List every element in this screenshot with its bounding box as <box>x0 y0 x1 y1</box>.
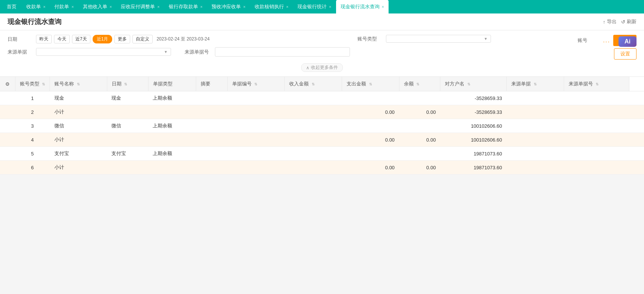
account-name-cell: 现金 <box>107 91 148 105</box>
col-account-name[interactable]: 账号名称 ⇅ <box>50 77 107 91</box>
source-doc-cell <box>564 119 629 133</box>
date-filter-label: 日期 <box>8 36 30 43</box>
expense-cell: 0.00 <box>399 105 440 119</box>
top-navigation: 首页 收款单 × 付款单 × 其他收入单 × 应收应付调整单 × 银行存取款单 … <box>0 0 644 13</box>
col-settings[interactable]: ⚙ <box>0 77 15 91</box>
filter-row-date: 日期 昨天 今天 近7天 近1月 更多 自定义 2023-02-24 至 202… <box>8 35 350 43</box>
nav-item-liushuichaxun[interactable]: 现金银行流水查询 × <box>336 0 389 13</box>
table-row[interactable]: 3微信微信上期余额100102606.60 <box>0 119 644 133</box>
page-title: 现金银行流水查询 <box>8 17 62 26</box>
col-expense[interactable]: 支出金额 ⇅ <box>342 77 399 91</box>
col-date[interactable]: 日期 ⇅ <box>107 77 148 91</box>
counterpart-cell <box>507 133 564 147</box>
doc-type-cell <box>196 105 227 119</box>
col-doc-no[interactable]: 单据编号 ⇅ <box>227 77 285 91</box>
expense-cell <box>399 91 440 105</box>
account-label: 账号 <box>578 37 600 44</box>
nav-item-shoukuanhexiao[interactable]: 收款核销执行 × <box>250 0 293 13</box>
nav-item-yinhangcunqu[interactable]: 银行存取款单 × <box>164 0 207 13</box>
settings-button[interactable]: 设置 <box>614 48 636 60</box>
row-settings-cell <box>0 147 15 161</box>
sort-icon: ⇅ <box>254 82 257 86</box>
gear-icon: ⚙ <box>5 81 10 87</box>
yesterday-btn[interactable]: 昨天 <box>36 35 52 43</box>
balance-cell: 100102606.60 <box>440 133 507 147</box>
sort-icon: ⇅ <box>416 82 419 86</box>
source-doc-cell <box>564 105 629 119</box>
table-row[interactable]: 6小计0.000.0019871073.60 <box>0 161 644 175</box>
col-counterpart[interactable]: 对方户名 ⇅ <box>440 77 507 91</box>
collapse-button[interactable]: ∧ 收起更多条件 <box>301 63 343 72</box>
filter-row-source: 来源单据 ▼ 来源单据号 <box>8 47 350 57</box>
account-type-select[interactable]: ▼ <box>386 35 491 43</box>
row-settings-cell <box>0 105 15 119</box>
date-options: 昨天 今天 近7天 近1月 更多 自定义 2023-02-24 至 2023-0… <box>36 35 210 43</box>
collapse-bar: ∧ 收起更多条件 <box>8 63 636 72</box>
income-cell <box>342 91 399 105</box>
col-doc-type[interactable]: 单据类型 <box>148 77 196 91</box>
col-source-doc-no[interactable]: 来源单据号 ⇅ <box>564 77 629 91</box>
last1month-btn[interactable]: 近1月 <box>93 35 113 43</box>
ai-badge[interactable]: Ai <box>618 36 636 47</box>
date-cell <box>148 161 196 175</box>
col-account-type[interactable]: 账号类型 ⇅ <box>15 77 50 91</box>
close-icon[interactable]: × <box>157 4 159 9</box>
summary-cell <box>227 105 285 119</box>
row-number: 3 <box>15 119 50 133</box>
nav-item-qitashoru[interactable]: 其他收入单 × <box>78 0 116 13</box>
source-doc-no-label: 来源单据号 <box>185 49 209 55</box>
balance-cell: 19871073.60 <box>440 147 507 161</box>
source-doc-cell <box>564 147 629 161</box>
close-icon[interactable]: × <box>243 4 245 9</box>
counterpart-cell <box>507 91 564 105</box>
close-icon[interactable]: × <box>43 4 45 9</box>
doc-type-cell <box>196 133 227 147</box>
nav-item-yingshoutiaozheng[interactable]: 应收应付调整单 × <box>116 0 164 13</box>
export-button[interactable]: ↑ 导出 <box>603 18 617 25</box>
source-doc-no-cell <box>629 119 644 133</box>
row-number: 4 <box>15 133 50 147</box>
doc-no-cell <box>285 91 342 105</box>
account-type-cell: 支付宝 <box>50 147 107 161</box>
date-cell <box>148 105 196 119</box>
table-row[interactable]: 5支付宝支付宝上期余额19871073.60 <box>0 147 644 161</box>
page-header: 现金银行流水查询 ↑ 导出 ↺ 刷新 <box>0 13 644 30</box>
income-cell: 0.00 <box>342 105 399 119</box>
doc-no-cell <box>285 147 342 161</box>
today-btn[interactable]: 今天 <box>54 35 70 43</box>
nav-item-yushouchong[interactable]: 预收冲应收单 × <box>207 0 250 13</box>
doc-no-cell <box>285 105 342 119</box>
col-summary[interactable]: 摘要 <box>196 77 227 91</box>
source-doc-no-input[interactable] <box>215 47 350 57</box>
col-balance[interactable]: 余额 ⇅ <box>399 77 440 91</box>
expense-cell <box>399 119 440 133</box>
source-doc-select[interactable]: ▼ <box>36 48 171 56</box>
nav-home[interactable]: 首页 <box>2 0 22 13</box>
close-icon[interactable]: × <box>110 4 112 9</box>
source-doc-no-cell <box>629 147 644 161</box>
last7days-btn[interactable]: 近7天 <box>72 35 90 43</box>
close-icon[interactable]: × <box>329 4 331 9</box>
custom-btn[interactable]: 自定义 <box>132 35 153 43</box>
date-cell: 上期余额 <box>148 147 196 161</box>
close-icon[interactable]: × <box>71 4 74 9</box>
table-row[interactable]: 4小计0.000.00100102606.60 <box>0 133 644 147</box>
table-row[interactable]: 1现金现金上期余额-3528659.33 <box>0 91 644 105</box>
summary-cell <box>227 133 285 147</box>
table-container: ⚙ 账号类型 ⇅ 账号名称 ⇅ 日期 ⇅ 单据类型 摘要 <box>0 77 644 175</box>
account-dots-btn[interactable]: ... <box>603 37 610 44</box>
close-icon[interactable]: × <box>286 4 288 9</box>
nav-item-xianjinyinhang[interactable]: 现金银行统计 × <box>293 0 336 13</box>
income-cell <box>342 147 399 161</box>
more-btn[interactable]: 更多 <box>114 35 130 43</box>
table-row[interactable]: 2小计0.000.00-3528659.33 <box>0 105 644 119</box>
close-icon[interactable]: × <box>382 4 384 9</box>
close-icon[interactable]: × <box>200 4 203 9</box>
source-doc-no-cell <box>629 161 644 175</box>
refresh-button[interactable]: ↺ 刷新 <box>621 18 636 25</box>
col-source-doc[interactable]: 来源单据 ⇅ <box>507 77 564 91</box>
nav-item-fukuan[interactable]: 付款单 × <box>50 0 78 13</box>
col-income[interactable]: 收入金额 ⇅ <box>285 77 342 91</box>
nav-item-shoukuan[interactable]: 收款单 × <box>22 0 50 13</box>
doc-type-cell <box>196 147 227 161</box>
